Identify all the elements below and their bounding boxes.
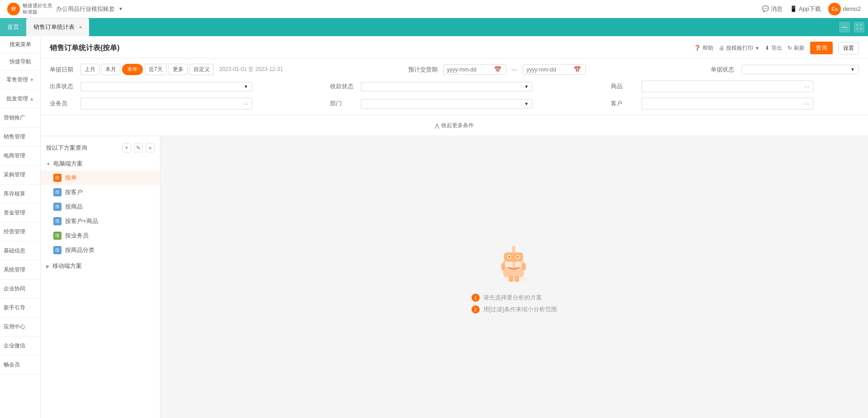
industry-selector[interactable]: 办公用品行业模拟账套 ▼ bbox=[56, 5, 123, 13]
expected-date-start-input[interactable] bbox=[447, 66, 492, 73]
sidebar-item-enterprise-wechat[interactable]: 企业微信 bbox=[0, 337, 40, 356]
empty-tips: 1 请先选择要分析的方案 2 用[过滤]条件来缩小分析范围 bbox=[472, 294, 557, 314]
sidebar-item-member[interactable]: 畅会员 bbox=[0, 356, 40, 375]
sidebar-item-retail[interactable]: 零售管理 ▼ bbox=[0, 71, 40, 90]
sidebar-item-quick-nav[interactable]: 快捷导航 bbox=[0, 53, 40, 71]
top-bar-right: 💬 消息 📱 App下载 Ea demo2 bbox=[762, 3, 861, 15]
sidebar-item-basics[interactable]: 基础信息 bbox=[0, 242, 40, 261]
user-menu[interactable]: Ea demo2 bbox=[828, 3, 861, 15]
more-options-icon[interactable]: ··· bbox=[804, 83, 809, 90]
mobile-group-label: 移动端方案 bbox=[52, 262, 82, 270]
date-this-month-btn[interactable]: 本月 bbox=[101, 64, 120, 75]
scheme-label-1: 按客户 bbox=[65, 188, 83, 196]
svg-point-14 bbox=[512, 246, 515, 249]
shipment-status-select[interactable]: ▼ bbox=[80, 82, 252, 91]
scheme-icon-1: 按 bbox=[53, 188, 61, 196]
print-btn[interactable]: 🖨 按模板打印 ▼ bbox=[719, 44, 760, 52]
help-btn[interactable]: ❓ 帮助 bbox=[694, 44, 713, 52]
left-panel-header: 按以下方案查询 + ✎ « bbox=[41, 141, 160, 155]
scheme-item-5[interactable]: 按 按商品分类 bbox=[41, 243, 160, 257]
chevron-right-icon: ▶ bbox=[46, 264, 50, 269]
tab-home[interactable]: 首页 bbox=[0, 18, 26, 36]
main-content: 搜索菜单 快捷导航 零售管理 ▼ 批发管理 ▲ 营销推广 销售管理 电商管理 采… bbox=[0, 36, 868, 418]
scheme-icon-2: 按 bbox=[53, 203, 61, 211]
tab-maximize-btn[interactable]: ⛶ bbox=[854, 22, 864, 33]
page-title: 销售订单统计表(按单) bbox=[50, 43, 120, 53]
svg-point-12 bbox=[517, 256, 519, 257]
right-panel: 1 请先选择要分析的方案 2 用[过滤]条件来缩小分析范围 bbox=[160, 136, 868, 418]
scheme-icon-0: 按 bbox=[53, 174, 61, 182]
page-header-actions: ❓ 帮助 🖨 按模板打印 ▼ ⬇ 导出 ↻ 刷新 查询 bbox=[694, 42, 859, 54]
mobile-group-header[interactable]: ▶ 移动端方案 bbox=[41, 259, 160, 273]
messages-btn[interactable]: 💬 消息 bbox=[762, 5, 783, 13]
tab-minimize-btn[interactable]: — bbox=[839, 22, 850, 33]
collection-status-label: 收款状态 bbox=[330, 82, 355, 90]
filter-row-1: 单据日期 上月 本月 本年 近7天 更多 自定义 2023-01-01 至 20… bbox=[50, 64, 859, 75]
more-options-icon-2[interactable]: ··· bbox=[243, 100, 248, 107]
filter-row-3: 业务员 ··· 部门 ▼ 客户 ··· bbox=[50, 98, 859, 109]
collapse-btn[interactable]: ⋀ 收起更多条件 bbox=[428, 119, 481, 132]
date-last-month-btn[interactable]: 上月 bbox=[80, 64, 99, 75]
scheme-item-3[interactable]: 按 按客户+商品 bbox=[41, 214, 160, 228]
expected-date-start[interactable]: 📅 bbox=[443, 64, 506, 75]
scheme-item-4[interactable]: 按 按业务员 bbox=[41, 228, 160, 243]
svg-rect-7 bbox=[514, 276, 519, 281]
settings-btn[interactable]: 设置 bbox=[838, 42, 859, 54]
scheme-icon-3: 按 bbox=[53, 217, 61, 225]
sidebar-item-inventory[interactable]: 库存核算 bbox=[0, 185, 40, 204]
add-scheme-btn[interactable]: + bbox=[122, 143, 131, 152]
date-last7-btn[interactable]: 近7天 bbox=[145, 64, 167, 75]
pc-group-header[interactable]: ▼ 电脑端方案 bbox=[41, 157, 160, 171]
sidebar-item-purchase[interactable]: 采购管理 bbox=[0, 166, 40, 185]
calendar-icon-2[interactable]: 📅 bbox=[574, 66, 581, 73]
tab-active[interactable]: 销售订单统计表 × bbox=[26, 18, 89, 36]
sidebar-item-wholesale[interactable]: 批发管理 ▲ bbox=[0, 90, 40, 109]
collection-status-select[interactable]: ▼ bbox=[361, 82, 533, 91]
page-header: 销售订单统计表(按单) ❓ 帮助 🖨 按模板打印 ▼ ⬇ 导出 ↻ 刷新 bbox=[41, 36, 868, 58]
tip-num-2: 2 bbox=[472, 305, 480, 314]
sidebar-item-finance[interactable]: 资金管理 bbox=[0, 204, 40, 223]
scheme-item-0[interactable]: 按 按单 bbox=[41, 171, 160, 185]
salesperson-select[interactable]: ··· bbox=[80, 98, 252, 109]
customer-select[interactable]: ··· bbox=[642, 98, 813, 109]
query-btn[interactable]: 查询 bbox=[810, 42, 833, 54]
sidebar-item-enterprise[interactable]: 企业协同 bbox=[0, 280, 40, 299]
chevron-down-icon: ▼ bbox=[244, 84, 248, 89]
goods-select[interactable]: ··· bbox=[642, 81, 813, 92]
calendar-icon[interactable]: 📅 bbox=[494, 66, 501, 73]
refresh-btn[interactable]: ↻ 刷新 bbox=[788, 44, 805, 52]
date-custom-btn[interactable]: 自定义 bbox=[189, 64, 214, 75]
export-btn[interactable]: ⬇ 导出 bbox=[765, 44, 782, 52]
svg-rect-5 bbox=[522, 263, 525, 271]
scheme-item-1[interactable]: 按 按客户 bbox=[41, 185, 160, 200]
top-bar: 好 畅捷通好生意 标准版 办公用品行业模拟账套 ▼ 💬 消息 📱 App下载 E… bbox=[0, 0, 868, 18]
sidebar-item-search-menu[interactable]: 搜索菜单 bbox=[0, 36, 40, 53]
doc-status-select[interactable]: ▼ bbox=[741, 65, 859, 74]
sidebar-item-marketing[interactable]: 营销推广 bbox=[0, 109, 40, 128]
sidebar-item-operations[interactable]: 经营管理 bbox=[0, 223, 40, 242]
sidebar-item-app-center[interactable]: 应用中心 bbox=[0, 318, 40, 337]
collapse-panel-btn[interactable]: « bbox=[146, 143, 155, 152]
date-this-year-btn[interactable]: 本年 bbox=[122, 64, 143, 75]
tab-close-icon[interactable]: × bbox=[79, 24, 82, 30]
edit-scheme-btn[interactable]: ✎ bbox=[134, 143, 143, 152]
svg-rect-4 bbox=[501, 263, 505, 271]
expected-date-end-input[interactable] bbox=[527, 66, 572, 73]
department-select[interactable]: ▼ bbox=[361, 99, 533, 109]
sidebar-item-system[interactable]: 系统管理 bbox=[0, 261, 40, 280]
sidebar-item-sales[interactable]: 销售管理 bbox=[0, 128, 40, 147]
scheme-label-0: 按单 bbox=[65, 174, 77, 182]
logo-area: 好 畅捷通好生意 标准版 bbox=[7, 3, 52, 15]
expected-date-end[interactable]: 📅 bbox=[523, 64, 586, 75]
sidebar-item-newbie[interactable]: 新手引导 bbox=[0, 299, 40, 318]
date-btn-group: 上月 本月 本年 近7天 更多 自定义 bbox=[80, 64, 214, 75]
scheme-item-2[interactable]: 按 按商品 bbox=[41, 200, 160, 214]
logo-line2: 标准版 bbox=[23, 9, 52, 15]
scheme-label-3: 按客户+商品 bbox=[65, 217, 98, 225]
app-download-btn[interactable]: 📱 App下载 bbox=[790, 5, 821, 13]
more-options-icon-3[interactable]: ··· bbox=[804, 100, 809, 107]
sidebar-item-ecommerce[interactable]: 电商管理 bbox=[0, 147, 40, 166]
date-more-btn[interactable]: 更多 bbox=[169, 64, 188, 75]
chevron-up-icon: ▲ bbox=[30, 96, 34, 101]
collapse-area: ⋀ 收起更多条件 bbox=[41, 115, 868, 136]
